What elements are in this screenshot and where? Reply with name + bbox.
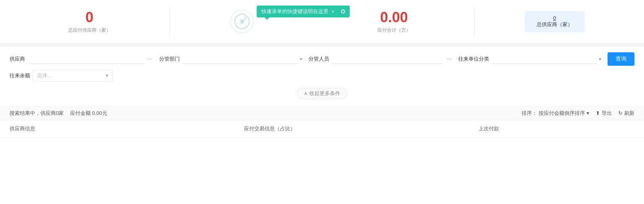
sort-label: 排序： (522, 110, 537, 117)
export-button[interactable]: ⬆ 导出 (596, 110, 612, 117)
dept-input[interactable] (182, 54, 298, 64)
table-area: 供应商信息 应付交易信息（占比） 上次付款 (0, 120, 644, 204)
top-section: 0 总应付供应商（家） 米 快速录单的快捷键说明在这里 × 0.00 (0, 0, 644, 44)
refresh-icon: ↻ (618, 110, 623, 116)
sort-button[interactable]: 排序： 按应付会额倒序排序 ▾ (522, 110, 589, 117)
amount-text: 应付金额 0.00元 (70, 110, 107, 116)
person-more-btn[interactable]: ··· (446, 55, 452, 63)
svg-text:米: 米 (240, 19, 245, 25)
collapse-button[interactable]: ∧ 收起更多条件 (297, 88, 347, 99)
sort-arrow-icon: ▾ (587, 110, 589, 116)
balance-dropdown-icon[interactable]: ▾ (106, 73, 108, 78)
person-filter: 分管人员 ··· (309, 54, 452, 64)
dept-dropdown-icon[interactable]: ▾ (300, 56, 302, 62)
total-suppliers-label: 总供应商（家） (537, 21, 573, 28)
result-summary: 搜索结果中，供应商0家 应付金额 0.00元 (10, 110, 107, 117)
collapse-label: 收起更多条件 (309, 90, 340, 97)
tooltip-indicator (341, 10, 345, 13)
filter-row-1: 供应商 ··· 分管部门 ▾ 分管人员 ··· 往来单位分类 ▾ 查询 (10, 52, 634, 66)
query-button[interactable]: 查询 (608, 52, 634, 66)
export-label: 导出 (602, 110, 612, 117)
unit-class-filter: 往来单位分类 ▾ (458, 54, 602, 64)
result-bar-actions: 排序： 按应付会额倒序排序 ▾ ⬆ 导出 ↻ 刷新 (522, 110, 634, 117)
logo-icon: 米 (230, 10, 254, 33)
person-input[interactable] (332, 54, 442, 64)
dept-label: 分管部门 (159, 55, 180, 63)
sort-value: 按应付会额倒序排序 (539, 110, 585, 117)
collapse-bar: ∧ 收起更多条件 (10, 86, 634, 103)
total-suppliers-value: 0 (553, 15, 556, 21)
collapse-chevron-icon: ∧ (304, 90, 308, 96)
total-payable-suppliers-card: 0 总应付供应商（家） (10, 6, 170, 37)
result-text: 搜索结果中，供应商0家 (10, 110, 64, 116)
supplier-filter: 供应商 ··· (10, 54, 153, 64)
person-label: 分管人员 (309, 55, 329, 63)
svg-point-2 (244, 17, 247, 20)
refresh-label: 刷新 (624, 110, 634, 117)
empty-table-body (0, 137, 644, 204)
balance-placeholder: 选择... (37, 72, 51, 79)
supplier-more-btn[interactable]: ··· (147, 55, 152, 63)
total-payable-suppliers-value: 0 (86, 10, 93, 25)
export-icon: ⬆ (596, 110, 600, 116)
shortcut-tooltip: 快速录单的快捷键说明在这里 × (257, 6, 350, 17)
result-bar: 搜索结果中，供应商0家 应付金额 0.00元 排序： 按应付会额倒序排序 ▾ ⬆… (0, 107, 644, 120)
total-suppliers-card: 0 总供应商（家） (475, 8, 635, 35)
unit-class-label: 往来单位分类 (458, 55, 489, 63)
col-last-payment: 上次付款 (478, 125, 635, 132)
total-payable-amount-label: 应付合计（万） (377, 27, 411, 34)
unit-class-dropdown-icon[interactable]: ▾ (599, 56, 601, 62)
refresh-button[interactable]: ↻ 刷新 (618, 110, 634, 117)
filter-section: 供应商 ··· 分管部门 ▾ 分管人员 ··· 往来单位分类 ▾ 查询 往来余额 (0, 47, 644, 107)
total-payable-suppliers-label: 总应付供应商（家） (68, 27, 111, 34)
supplier-input[interactable] (27, 54, 143, 64)
dept-filter: 分管部门 ▾ (159, 54, 303, 64)
balance-label: 往来余额 (10, 72, 30, 79)
col-transaction-info: 应付交易信息（占比） (244, 125, 478, 132)
unit-class-input[interactable] (492, 54, 597, 64)
balance-filter: 往来余额 选择... ▾ (10, 70, 112, 82)
table-header: 供应商信息 应付交易信息（占比） 上次付款 (0, 120, 644, 137)
col-supplier-info: 供应商信息 (10, 125, 244, 132)
tooltip-text: 快速录单的快捷键说明在这里 (261, 8, 328, 15)
filter-row-2: 往来余额 选择... ▾ (10, 70, 634, 82)
balance-select[interactable]: 选择... ▾ (32, 70, 112, 82)
supplier-label: 供应商 (10, 55, 25, 63)
tooltip-close-button[interactable]: × (332, 8, 335, 15)
total-payable-amount-value: 0.00 (380, 10, 408, 25)
